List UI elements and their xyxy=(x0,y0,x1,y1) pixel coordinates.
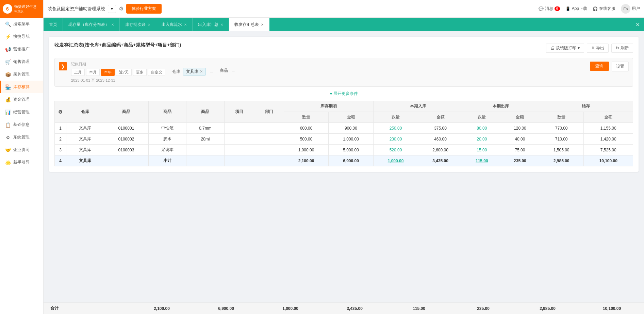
footer-close-qty-val: 2,985.00 xyxy=(515,306,580,311)
cell-out-qty-3[interactable]: 115.00 xyxy=(463,155,501,166)
goods-filter-group: 商品 ... xyxy=(220,62,235,73)
cell-out-qty-1[interactable]: 20.00 xyxy=(463,134,501,145)
th-period-out: 本期出库 xyxy=(463,101,539,112)
cell-out-qty-2[interactable]: 15.00 xyxy=(463,145,501,155)
sidebar-item-inventory[interactable]: 🏪 库存核算 xyxy=(0,81,43,93)
cell-open-amt-3: 6,900.00 xyxy=(329,155,374,166)
cell-in-qty-3[interactable]: 1,000.00 xyxy=(373,155,418,166)
table-settings-th[interactable]: ⚙ xyxy=(55,101,66,123)
print-btn[interactable]: 🖨 拨镜版打印 ▾ xyxy=(546,44,584,53)
cell-close-qty-2: 1,505.00 xyxy=(539,145,584,155)
message-action[interactable]: 💬 消息 6 xyxy=(539,6,560,12)
tab-recv-send-summary[interactable]: 收发存汇总表✕ xyxy=(229,18,269,31)
sidebar-item-marketing[interactable]: 📢 营销推广 xyxy=(0,43,43,55)
th-in-qty: 数量 xyxy=(373,112,418,123)
app-download-action[interactable]: 📱 App下载 xyxy=(565,6,587,12)
avatar: Ea xyxy=(621,4,630,14)
sidebar-item-basic-info[interactable]: 📋 基础信息 xyxy=(0,118,43,131)
cell-spec-0: 0.7mm xyxy=(186,123,224,134)
sidebar-item-purchase[interactable]: 📦 采购管理 xyxy=(0,68,43,81)
sidebar-item-finance[interactable]: 💰 资金管理 xyxy=(0,93,43,106)
user-action[interactable]: Ea 用户 xyxy=(621,4,640,14)
cell-out-amt-1: 40.00 xyxy=(501,134,539,145)
warehouse-filter-group: 仓库 文具库 ✕ ... xyxy=(172,62,213,76)
tab-inventory-dist[interactable]: 现存量（库存分布表）✕ xyxy=(63,18,120,31)
data-table: ⚙ 仓库 商品 商品 商品 项目 部门 库存期初 本期入库 本期出库 结存 数量… xyxy=(54,101,633,166)
warehouse-tag-close[interactable]: ✕ xyxy=(200,69,203,74)
filter-groups: 记账日期 上月 本月 本年 近7天 更多 自定义 2023-01-01 至 20… xyxy=(71,62,586,83)
cell-dept-1 xyxy=(254,134,284,145)
settings-icon-btn[interactable]: ⚙ xyxy=(119,5,123,12)
date-btn-prev-month[interactable]: 上月 xyxy=(71,69,85,76)
sidebar-item-system[interactable]: ⚙ 系统管理 xyxy=(0,131,43,144)
sidebar-logo: 6 畅捷通好生意 标准版 xyxy=(0,0,43,18)
tab-close-inout-summary[interactable]: ✕ xyxy=(220,23,223,27)
cell-out-qty-0[interactable]: 80.00 xyxy=(463,123,501,134)
query-btn[interactable]: 查询 xyxy=(590,62,609,71)
online-service-action[interactable]: 🎧 在线客服 xyxy=(593,6,615,12)
filter-toggle-btn[interactable]: ❯ xyxy=(59,62,67,70)
cell-name-0: 中性笔 xyxy=(149,123,186,134)
tab-home[interactable]: 首页 xyxy=(44,18,63,31)
date-btn-custom[interactable]: 自定义 xyxy=(148,69,165,76)
operations-label: 经营管理 xyxy=(13,109,30,115)
sidebar-item-cooperation[interactable]: 🤝 企业协同 xyxy=(0,144,43,156)
guide-label: 新手引导 xyxy=(13,160,30,165)
tab-close-batch[interactable]: ✕ xyxy=(148,23,150,27)
footer-in-qty-val: 1,000.00 xyxy=(258,306,323,311)
tab-batch[interactable]: 库存批次账✕ xyxy=(120,18,156,31)
cell-code-2: 0100003 xyxy=(104,145,149,155)
cell-spec-2 xyxy=(186,145,224,155)
system-dropdown[interactable]: ▾ xyxy=(108,5,116,13)
sidebar-item-quick-nav[interactable]: ⚡ 快捷导航 xyxy=(0,30,43,43)
date-btn-this-year[interactable]: 本年 xyxy=(101,69,115,76)
cell-in-qty-1[interactable]: 230.00 xyxy=(373,134,418,145)
warehouse-more[interactable]: ... xyxy=(210,70,213,74)
experience-btn[interactable]: 体验行业方案 xyxy=(126,4,162,14)
sidebar-item-sales[interactable]: 🛒 销售管理 xyxy=(0,55,43,68)
tab-label-inout-summary: 出入库汇总 xyxy=(198,22,218,28)
window-close-btn[interactable]: ✕ xyxy=(631,18,644,31)
th-close-amt: 金额 xyxy=(584,112,633,123)
date-filter-group: 记账日期 上月 本月 本年 近7天 更多 自定义 2023-01-01 至 20… xyxy=(71,62,165,83)
guide-icon: 🌟 xyxy=(5,160,11,165)
topbar: 装备及固定资产辅助管理系统 ▾ ⚙ 体验行业方案 💬 消息 6 📱 App下载 … xyxy=(44,0,644,18)
export-btn[interactable]: ⬆ 导出 xyxy=(587,44,609,53)
tab-inout-flow[interactable]: 出入库流水✕ xyxy=(156,18,193,31)
tab-inout-summary[interactable]: 出入库汇总✕ xyxy=(193,18,229,31)
goods-more[interactable]: ... xyxy=(232,69,235,73)
refresh-btn[interactable]: ↻ 刷新 xyxy=(611,44,633,53)
filter-settings-btn[interactable]: 设置 xyxy=(612,62,629,71)
footer-out-amt-val: 235.00 xyxy=(451,306,515,311)
cell-name-2: 采访本 xyxy=(149,145,186,155)
date-btn-more[interactable]: 更多 xyxy=(133,69,147,76)
th-closing-stock: 结存 xyxy=(539,101,633,112)
tab-close-inventory-dist[interactable]: ✕ xyxy=(111,23,114,27)
cell-seq-2: 3 xyxy=(55,145,66,155)
tab-close-inout-flow[interactable]: ✕ xyxy=(184,23,187,27)
cell-open-qty-1: 500.00 xyxy=(284,134,329,145)
basic-info-label: 基础信息 xyxy=(13,122,30,128)
tab-close-recv-send-summary[interactable]: ✕ xyxy=(261,23,264,27)
tab-label-recv-send-summary: 收发存汇总表 xyxy=(234,22,259,28)
cell-out-amt-0: 120.00 xyxy=(501,123,539,134)
cell-in-qty-2[interactable]: 520.00 xyxy=(373,145,418,155)
cell-close-qty-3: 2,985.00 xyxy=(539,155,584,166)
cell-spec-1: 20ml xyxy=(186,134,224,145)
th-open-qty: 数量 xyxy=(284,112,329,123)
expand-more-btn[interactable]: ▾ 展开更多条件 xyxy=(330,91,358,97)
date-btn-7days[interactable]: 近7天 xyxy=(116,69,132,76)
cell-seq-3: 4 xyxy=(55,155,66,166)
settings-icon: ⚙ xyxy=(58,109,63,115)
cell-in-qty-0[interactable]: 250.00 xyxy=(373,123,418,134)
marketing-label: 营销推广 xyxy=(13,46,30,52)
sidebar-item-guide[interactable]: 🌟 新手引导 xyxy=(0,156,43,169)
cell-open-qty-3: 2,100.00 xyxy=(284,155,329,166)
footer-total: 合计 2,100.00 6,900.00 1,000.00 3,435.00 1… xyxy=(44,302,644,314)
footer-label: 合计 xyxy=(44,305,65,311)
sidebar-item-search[interactable]: 🔍 搜索菜单 xyxy=(0,18,43,30)
footer-in-amt-val: 3,435.00 xyxy=(323,306,387,311)
sidebar-item-operations[interactable]: 📊 经营管理 xyxy=(0,106,43,118)
date-btn-this-month[interactable]: 本月 xyxy=(86,69,100,76)
th-goods-name: 商品 xyxy=(149,101,186,123)
